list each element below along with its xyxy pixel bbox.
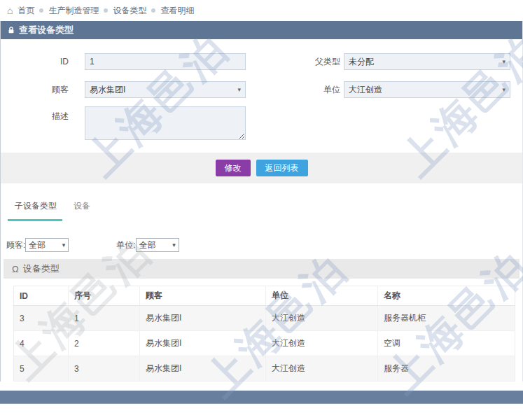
cell-id: 5: [14, 356, 69, 382]
cell-unit: 大江创造: [266, 356, 378, 382]
unit-label: 单位: [267, 81, 340, 98]
section-header: Ω 设备类型: [4, 259, 519, 279]
filter-unit-label: 单位:: [116, 239, 135, 251]
footer-bar: [0, 391, 523, 404]
lock-icon: [8, 27, 15, 34]
customer-value: 易水集团I: [90, 82, 125, 97]
table-header-row: ID 序号 顾客 单位 名称: [14, 286, 515, 306]
equipment-type-table: ID 序号 顾客 单位 名称 3 1 易水集团I 大江创造 服务器机柜 4 2 …: [13, 286, 515, 382]
col-header-id: ID: [14, 286, 69, 306]
chevron-down-icon: ▾: [502, 82, 505, 97]
customer-select[interactable]: 易水集团I ▾: [85, 81, 246, 98]
parent-type-value: 未分配: [349, 54, 374, 69]
cell-name: 空调: [378, 331, 515, 356]
cell-seq: 3: [69, 356, 140, 382]
content-panel: 查看设备类型 ID 父类型 未分配 ▾ 顾客 易水集团I ▾ 单位 大江创造 ▾…: [0, 21, 523, 382]
back-to-list-button[interactable]: 返回列表: [256, 160, 308, 176]
breadcrumb-item-production[interactable]: 生产制造管理: [48, 5, 99, 17]
breadcrumb-item-equipment-type[interactable]: 设备类型: [113, 5, 146, 17]
active-tab-underline: [8, 219, 62, 221]
parent-type-label: 父类型: [267, 53, 340, 70]
cell-seq: 1: [69, 306, 140, 331]
cell-name: 服务器: [378, 356, 515, 382]
chevron-down-icon: ▾: [62, 241, 66, 248]
filter-unit-select[interactable]: 全部 ▾: [136, 238, 179, 252]
detail-form: ID 父类型 未分配 ▾ 顾客 易水集团I ▾ 单位 大江创造 ▾ 描述: [1, 39, 522, 153]
id-label: ID: [1, 53, 69, 70]
filter-row: 顾客: 全部 ▾ 单位: 全部 ▾: [1, 237, 522, 253]
table-row[interactable]: 4 2 易水集团I 大江创造 空调: [14, 331, 515, 356]
col-header-name: 名称: [378, 286, 515, 306]
customer-label: 顾客: [1, 81, 69, 98]
cell-name: 服务器机柜: [378, 306, 515, 331]
user-icon: Ω: [12, 265, 19, 274]
breadcrumb: ⌂ 首页 生产制造管理 设备类型 查看明细: [0, 0, 523, 21]
unit-select[interactable]: 大江创造 ▾: [344, 81, 510, 98]
breadcrumb-separator-icon: [39, 8, 43, 13]
modify-button[interactable]: 修改: [216, 160, 251, 176]
chevron-down-icon: ▾: [237, 82, 241, 97]
breadcrumb-item-view-detail[interactable]: 查看明细: [160, 5, 194, 17]
chevron-down-icon: ▾: [502, 54, 505, 69]
cell-id: 4: [14, 331, 69, 356]
tab-child-equipment-type[interactable]: 子设备类型: [15, 200, 57, 219]
breadcrumb-item-home[interactable]: 首页: [18, 5, 34, 17]
col-header-customer: 顾客: [140, 286, 266, 306]
detail-tabs: 子设备类型 设备: [1, 200, 522, 219]
filter-customer-label: 顾客:: [6, 239, 25, 251]
cell-unit: 大江创造: [266, 331, 378, 356]
filter-unit-value: 全部: [139, 239, 156, 251]
cell-id: 3: [14, 306, 69, 331]
breadcrumb-separator-icon: [104, 8, 108, 13]
filter-customer-select[interactable]: 全部 ▾: [25, 238, 69, 252]
cell-customer: 易水集团I: [140, 331, 266, 356]
page-title: 查看设备类型: [19, 24, 74, 36]
cell-customer: 易水集团I: [140, 306, 266, 331]
table-row[interactable]: 5 3 易水集团I 大江创造 服务器: [14, 356, 515, 382]
parent-type-select[interactable]: 未分配 ▾: [344, 53, 510, 70]
filter-customer-value: 全部: [29, 239, 46, 251]
description-label: 描述: [1, 108, 69, 125]
section-title: 设备类型: [23, 262, 60, 275]
cell-unit: 大江创造: [266, 306, 378, 331]
unit-value: 大江创造: [349, 82, 382, 97]
home-icon[interactable]: ⌂: [7, 5, 13, 16]
chevron-down-icon: ▾: [172, 241, 176, 248]
cell-seq: 2: [69, 331, 140, 356]
breadcrumb-separator-icon: [151, 8, 155, 13]
form-actions: 修改 返回列表: [1, 153, 522, 183]
description-field[interactable]: [85, 106, 246, 140]
table-row[interactable]: 3 1 易水集团I 大江创造 服务器机柜: [14, 306, 515, 331]
tab-equipment[interactable]: 设备: [74, 200, 90, 219]
col-header-seq: 序号: [69, 286, 140, 306]
page-title-bar: 查看设备类型: [1, 21, 522, 39]
id-field[interactable]: [85, 53, 246, 70]
col-header-unit: 单位: [266, 286, 378, 306]
cell-customer: 易水集团I: [140, 356, 266, 382]
